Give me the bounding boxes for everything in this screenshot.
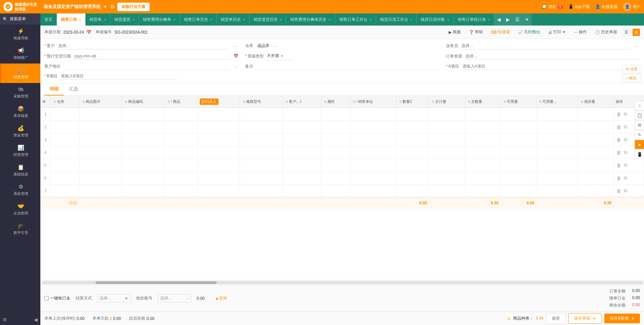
cell-qty2[interactable] — [396, 108, 429, 121]
detail-tab-detail[interactable]: 明细 — [44, 83, 64, 95]
cell-stock[interactable] — [578, 133, 613, 146]
info-icon[interactable]: ℹ — [300, 99, 301, 104]
cell-product-img[interactable] — [79, 133, 122, 146]
info-icon[interactable]: ℹ — [110, 316, 112, 321]
one-click-checkbox[interactable] — [44, 296, 49, 300]
customer-input[interactable] — [57, 42, 230, 49]
address-input[interactable] — [63, 63, 230, 70]
sort-icon[interactable]: ⇅ — [353, 100, 355, 104]
cell-spec[interactable] — [240, 121, 283, 133]
cell-product-code[interactable] — [122, 159, 165, 172]
cell-product-img[interactable] — [79, 185, 122, 197]
sidebar-item-finance[interactable]: 💰 资金管理 — [0, 122, 40, 141]
close-icon[interactable]: × — [370, 17, 372, 22]
sort-icon[interactable]: ⇅ — [432, 100, 434, 104]
sidebar-item-basic-info[interactable]: 📋 基础信息 — [0, 161, 40, 180]
cell-unit[interactable] — [350, 108, 396, 121]
cell-available[interactable] — [501, 172, 536, 185]
cell-unit[interactable] — [350, 172, 396, 185]
sidebar-item-cooperation[interactable]: 🤝 企业协同 — [0, 200, 40, 219]
address-more-btn[interactable]: ··· — [232, 64, 238, 69]
project-b-input[interactable] — [60, 73, 177, 80]
remarks-input[interactable] — [255, 63, 439, 70]
floating-btn-4[interactable]: ✎ — [635, 130, 644, 139]
cell-unit[interactable] — [350, 185, 396, 197]
cell-available[interactable] — [501, 185, 536, 197]
tab-sales-order[interactable]: 销售订单 × — [57, 13, 85, 26]
tab-return-history[interactable]: 销货退货历史 × — [250, 13, 286, 26]
tab-list-btn[interactable]: ☰ — [513, 13, 522, 26]
cell-unit[interactable] — [350, 146, 396, 159]
copy-row-icon[interactable]: ⧉ — [623, 136, 628, 143]
cell-product[interactable] — [164, 185, 197, 197]
account-more-icon[interactable]: ··· — [186, 296, 189, 301]
cell-product-img[interactable] — [79, 121, 122, 133]
cell-available2[interactable] — [536, 121, 578, 133]
cell-qty2[interactable] — [396, 146, 429, 159]
cell-main-qty[interactable] — [465, 121, 500, 133]
close-icon[interactable]: × — [104, 17, 106, 22]
sort-icon[interactable]: ⇅ — [167, 100, 170, 104]
payment-select[interactable]: 选择... ▼ — [97, 294, 131, 302]
close-icon[interactable]: × — [280, 17, 282, 22]
cell-stock[interactable] — [578, 146, 613, 159]
sidebar-collapse-icon[interactable]: ◀ — [34, 317, 38, 322]
tab-next-btn[interactable]: ▶ — [503, 13, 513, 26]
sidebar-item-operations[interactable]: 📊 经营管理 — [0, 141, 40, 161]
cell-spec[interactable] — [240, 172, 283, 185]
cell-product[interactable] — [164, 133, 197, 146]
cell-attributes[interactable] — [321, 185, 350, 197]
cell-spec[interactable] — [240, 108, 283, 121]
cell-unit[interactable] — [350, 133, 396, 146]
cell-qty2[interactable] — [396, 185, 429, 197]
settings-setup-btn[interactable]: ⚙ 设置 — [622, 65, 641, 73]
copy-row-icon[interactable]: ⧉ — [623, 111, 628, 118]
cell-available2[interactable] — [536, 172, 578, 185]
close-icon[interactable]: × — [447, 17, 449, 22]
cell-product[interactable] — [164, 108, 197, 121]
one-click-checkbox-field[interactable]: 一键收订金 — [44, 295, 70, 301]
cell-product[interactable] — [164, 121, 197, 133]
tab-order-history[interactable]: 销售订单历史 × — [180, 13, 217, 26]
cell-warehouse[interactable] — [50, 121, 79, 133]
cell-available[interactable] — [501, 146, 536, 159]
cell-warehouse[interactable] — [50, 146, 79, 159]
close-icon[interactable]: × — [210, 17, 212, 22]
close-icon[interactable]: × — [329, 17, 331, 22]
save-new-btn[interactable]: 保存&新增 ▼ — [604, 314, 640, 323]
cell-main-unit[interactable] — [429, 172, 465, 185]
discard-btn[interactable]: 放弃 — [546, 313, 566, 324]
project-a-input[interactable] — [461, 63, 640, 70]
delete-row-icon[interactable]: 🗑 — [616, 149, 622, 156]
cell-unit[interactable] — [350, 159, 396, 172]
delivery-input[interactable] — [73, 53, 231, 60]
grid-view-btn[interactable]: ☰ — [622, 29, 630, 36]
cell-warehouse[interactable] — [50, 185, 79, 197]
close-icon[interactable]: × — [410, 17, 412, 22]
settings-icon[interactable]: ⚙ — [110, 4, 115, 10]
cell-available2[interactable] — [536, 159, 578, 172]
cell-customer-col[interactable] — [282, 172, 321, 185]
cell-available2[interactable] — [536, 133, 578, 146]
floating-btn-3[interactable]: ⚙ — [635, 120, 644, 130]
cell-available2[interactable] — [536, 185, 578, 197]
logistics-btn[interactable]: + 物流 — [622, 74, 641, 82]
user-menu[interactable]: 👤 用户 — [623, 3, 641, 11]
profit-btn[interactable]: 📈 毛利预估 — [515, 28, 543, 36]
sort-icon[interactable]: ⇅ — [82, 100, 85, 104]
cell-main-unit[interactable] — [429, 121, 465, 133]
customer-more-btn[interactable]: ··· — [232, 43, 238, 49]
cell-product-img[interactable] — [79, 108, 122, 121]
delete-row-icon[interactable]: 🗑 — [616, 175, 622, 181]
cell-attributes[interactable] — [321, 108, 350, 121]
invoice-select[interactable]: 不开票 ▼ — [266, 52, 293, 60]
scroll-bar[interactable] — [40, 280, 644, 285]
cell-main-qty[interactable] — [465, 108, 500, 121]
cell-attributes[interactable] — [321, 146, 350, 159]
delete-row-icon[interactable]: 🗑 — [616, 162, 622, 169]
cell-available[interactable] — [501, 121, 536, 133]
cell-available[interactable] — [501, 159, 536, 172]
tab-order-workbench[interactable]: 销售订单工作台 × — [335, 13, 376, 26]
warehouse-more-btn[interactable]: ··· — [271, 43, 278, 49]
cell-customer-col[interactable] — [282, 159, 321, 172]
